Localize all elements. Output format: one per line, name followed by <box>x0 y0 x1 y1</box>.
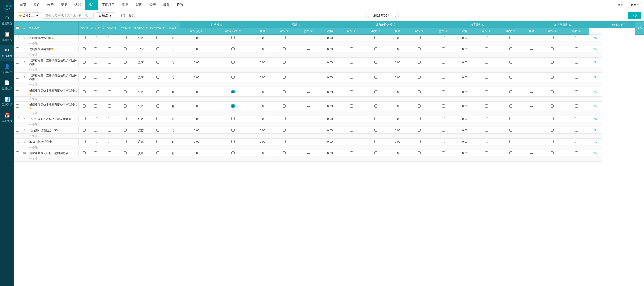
row-checkbox-cell[interactable] <box>14 35 21 41</box>
urban-paid-cell[interactable] <box>364 46 388 52</box>
vat-filed-checkbox[interactable] <box>283 36 286 39</box>
row-checkbox[interactable] <box>16 117 19 120</box>
edu-filed-checkbox[interactable] <box>418 76 421 79</box>
confirm-checkbox[interactable] <box>108 36 111 39</box>
qingka-checkbox[interactable] <box>94 117 97 120</box>
edu-filed-checkbox[interactable] <box>418 36 421 39</box>
qingka-cell[interactable] <box>90 150 101 156</box>
edit-icon[interactable]: ✎ <box>594 75 597 79</box>
stamp-filed-cell[interactable] <box>540 73 564 82</box>
edu-filed-cell[interactable] <box>407 116 431 122</box>
nav-operation[interactable]: 经营 <box>146 0 160 10</box>
edu-paid-checkbox[interactable] <box>442 36 445 39</box>
period-checkbox[interactable] <box>231 129 235 132</box>
device-cell[interactable] <box>149 58 166 67</box>
paid-checkbox[interactable] <box>124 76 127 79</box>
stamp-paid-cell[interactable] <box>564 87 589 97</box>
urban-filed-cell[interactable] <box>339 116 364 122</box>
local-filed-cell[interactable] <box>474 87 499 97</box>
edu-paid-checkbox[interactable] <box>442 117 445 120</box>
nav-business[interactable]: 工商项目 <box>98 0 119 10</box>
device-cell[interactable] <box>149 102 166 111</box>
urban-paid-cell[interactable] <box>364 73 388 82</box>
chaoshui-cell[interactable] <box>79 139 90 145</box>
local-paid-checkbox[interactable] <box>509 104 512 108</box>
select-all-checkbox[interactable] <box>16 26 19 29</box>
qingka-cell[interactable] <box>90 73 101 82</box>
period-checkbox[interactable] <box>231 104 235 108</box>
qingka-checkbox[interactable] <box>94 90 97 93</box>
edu-paid-checkbox[interactable] <box>442 151 445 154</box>
paid-cell[interactable] <box>118 116 132 122</box>
urban-filed-cell[interactable] <box>339 102 364 111</box>
local-paid-cell[interactable] <box>499 150 523 156</box>
vat-filed-cell[interactable] <box>272 139 296 145</box>
edu-filed-cell[interactable] <box>407 102 431 111</box>
urban-filed-cell[interactable] <box>339 35 364 41</box>
period-filed-cell[interactable] <box>213 139 253 145</box>
edu-filed-cell[interactable] <box>407 87 431 97</box>
stamp-filed-checkbox[interactable] <box>551 151 554 154</box>
urban-paid-cell[interactable] <box>364 87 388 97</box>
vat-filed-cell[interactable] <box>272 87 296 97</box>
chaoshui-cell[interactable] <box>79 150 90 156</box>
local-filed-cell[interactable] <box>474 150 499 156</box>
device-checkbox[interactable] <box>156 61 159 64</box>
row-checkbox-cell[interactable] <box>14 139 21 145</box>
stamp-filed-checkbox[interactable] <box>551 90 554 93</box>
edu-filed-cell[interactable] <box>407 46 431 52</box>
device-checkbox[interactable] <box>156 90 159 93</box>
chaoshui-cell[interactable] <box>79 87 90 97</box>
sidebar-item-tax-settings[interactable]: ⚙ 报税设置 <box>0 12 14 28</box>
local-filed-checkbox[interactable] <box>485 140 488 143</box>
stamp-filed-checkbox[interactable] <box>551 140 554 143</box>
urban-paid-checkbox[interactable] <box>374 76 377 79</box>
period-checkbox[interactable] <box>231 90 235 93</box>
stamp-paid-cell[interactable] <box>564 46 589 52</box>
edu-paid-cell[interactable] <box>431 87 456 97</box>
local-filed-cell[interactable] <box>474 116 499 122</box>
edit-cell[interactable]: ✎ <box>589 46 602 52</box>
period-filed-cell[interactable] <box>213 102 253 111</box>
confirm-checkbox[interactable] <box>108 129 111 132</box>
edit-icon[interactable]: ✎ <box>594 90 597 94</box>
qingka-cell[interactable] <box>90 87 101 97</box>
stamp-paid-checkbox[interactable] <box>575 129 578 132</box>
local-paid-cell[interactable] <box>499 35 523 41</box>
edit-cell[interactable]: ✎ <box>589 58 602 67</box>
search-input[interactable] <box>45 14 83 17</box>
confirm-cell[interactable] <box>101 150 118 156</box>
filter-button[interactable]: ⊞ 筛选 ▼ <box>96 12 115 19</box>
paid-checkbox[interactable] <box>124 104 127 108</box>
nav-home[interactable]: 首页 <box>16 0 30 10</box>
period-checkbox[interactable] <box>231 140 235 143</box>
qingka-checkbox[interactable] <box>94 151 97 154</box>
urban-paid-checkbox[interactable] <box>374 90 377 93</box>
period-checkbox[interactable] <box>231 47 235 50</box>
vat-filed-cell[interactable] <box>272 150 296 156</box>
vat-filed-checkbox[interactable] <box>283 47 286 50</box>
stamp-filed-cell[interactable] <box>540 127 564 134</box>
sidebar-item-personal-tax[interactable]: 👤 个税申报 <box>0 61 14 77</box>
edu-filed-checkbox[interactable] <box>418 47 421 50</box>
local-filed-checkbox[interactable] <box>485 151 488 154</box>
confirm-cell[interactable] <box>101 58 118 67</box>
sidebar-item-summary[interactable]: 📊 汇算清缴 <box>0 93 14 110</box>
confirm-checkbox[interactable] <box>108 90 111 93</box>
edu-filed-checkbox[interactable] <box>418 129 421 132</box>
chaoshui-checkbox[interactable] <box>83 76 86 79</box>
period-filed-cell[interactable] <box>213 150 253 156</box>
edit-icon[interactable]: ✎ <box>594 104 597 108</box>
period-filed-cell[interactable] <box>213 116 253 122</box>
chaoshui-cell[interactable] <box>79 46 90 52</box>
vat-filed-cell[interactable] <box>272 127 296 134</box>
row-checkbox[interactable] <box>16 76 19 79</box>
device-checkbox[interactable] <box>156 36 159 39</box>
urban-filed-checkbox[interactable] <box>350 36 353 39</box>
chaoshui-checkbox[interactable] <box>83 104 86 108</box>
urban-filed-checkbox[interactable] <box>350 61 353 64</box>
paid-cell[interactable] <box>118 139 132 145</box>
confirm-checkbox[interactable] <box>108 117 111 120</box>
edu-paid-cell[interactable] <box>431 46 456 52</box>
chaoshui-checkbox[interactable] <box>83 140 86 143</box>
